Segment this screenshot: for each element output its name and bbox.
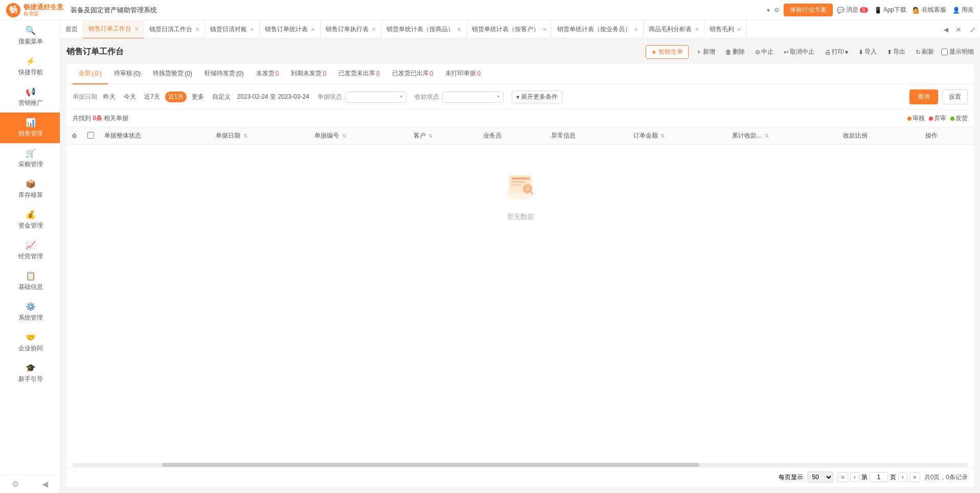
tab-close-btn[interactable]: ✕ — [195, 27, 199, 32]
sidebar-item-operation[interactable]: 📈 经营管理 — [0, 235, 60, 266]
tab-sales-by-salesman[interactable]: 销货单统计表（按业务员） ✕ — [552, 20, 644, 39]
status-select[interactable] — [345, 92, 406, 103]
app-icon: 📱 — [874, 7, 882, 14]
select-all-checkbox[interactable] — [87, 132, 94, 139]
col-date[interactable]: 单据日期 ⇅ — [211, 127, 309, 145]
sub-tab-shipped-out[interactable]: 已发货已出库 0 — [386, 64, 440, 84]
date-filter-label: 单据日期 — [73, 93, 97, 101]
online-service-btn[interactable]: 💁 在线客服 — [913, 6, 946, 14]
tab-maximize-btn[interactable]: ⤢ — [966, 20, 980, 39]
last-page-btn[interactable]: » — [909, 472, 920, 482]
sub-tab-pending-review[interactable]: 待审核 (0) — [108, 64, 147, 84]
enterprise-icon: 🤝 — [26, 332, 36, 342]
tab-sales-by-product[interactable]: 销货单统计表（按商品） ✕ — [381, 20, 467, 39]
sidebar-item-system[interactable]: ⚙️ 系统管理 — [0, 297, 60, 327]
refresh-btn[interactable]: ↻ 刷新 — [913, 46, 937, 58]
cancel-suspend-btn[interactable]: ↩ 取消中止 — [781, 46, 817, 58]
ai-generate-btn[interactable]: ★ 智能生单 — [646, 45, 689, 59]
batch-review-btn[interactable]: 审核 — [907, 114, 925, 123]
tab-sales-by-customer[interactable]: 销货单统计表（按客户） ✕ — [467, 20, 552, 39]
add-btn[interactable]: ＋ 新增 — [693, 46, 718, 58]
sub-tab-not-shipped[interactable]: 未发货 0 — [250, 64, 285, 84]
show-detail-checkbox[interactable]: 显示明细 — [941, 48, 974, 56]
sidebar-item-finance[interactable]: 💰 资金管理 — [0, 205, 60, 235]
system-dropdown-icon[interactable]: ▾ — [767, 7, 770, 14]
show-detail-input[interactable] — [941, 49, 948, 55]
sidebar-collapse-icon[interactable]: ◀ — [42, 479, 48, 489]
tab-home[interactable]: 首页 — [60, 20, 83, 39]
set-btn[interactable]: 设置 — [942, 89, 968, 104]
sidebar-item-marketing[interactable]: 📢 营销推广 — [0, 82, 60, 113]
batch-cancel-review-btn[interactable]: 弃审 — [929, 114, 946, 123]
sidebar-item-enterprise[interactable]: 🤝 企业协同 — [0, 327, 60, 358]
tab-close-btn[interactable]: ✕ — [311, 27, 315, 32]
sidebar-item-basic[interactable]: 📋 基础信息 — [0, 266, 60, 297]
app-download-btn[interactable]: 📱 App下载 — [874, 6, 906, 14]
col-customer[interactable]: 客户 ⇅ — [408, 127, 478, 145]
tab-close-btn[interactable]: ✕ — [634, 27, 638, 32]
tab-close-btn[interactable]: ✕ — [542, 27, 546, 32]
ship-dot — [950, 117, 954, 121]
batch-ship-btn[interactable]: 发货 — [950, 114, 968, 123]
query-btn[interactable]: 查询 — [909, 89, 938, 104]
tab-cash-daily[interactable]: 钱货日清工作台 ✕ — [144, 20, 205, 39]
industry-btn[interactable]: 体验行业方案 — [784, 4, 833, 16]
settings-icon[interactable]: ⚙ — [774, 7, 780, 14]
page-input[interactable] — [870, 472, 888, 482]
tab-sales-profit[interactable]: 销售毛利 ✕ — [704, 20, 747, 39]
tab-close-btn[interactable]: ✕ — [695, 27, 699, 32]
sub-tab-all[interactable]: 全部 ( 0 ) — [73, 64, 108, 84]
sidebar-item-inventory[interactable]: 📦 库存核算 — [0, 174, 60, 205]
sidebar-item-label: 销售管理 — [18, 129, 43, 138]
sub-tab-not-printed[interactable]: 未打印单据 0 — [439, 64, 487, 84]
user-btn[interactable]: 👤 用友 — [952, 6, 974, 14]
sidebar-item-newbie[interactable]: 🎓 新手引导 — [0, 358, 60, 389]
sub-tab-overdue[interactable]: 到期未发货 0 — [285, 64, 332, 84]
tab-cash-reconcile[interactable]: 钱货日清对账 ✕ — [205, 20, 260, 39]
horizontal-scrollbar[interactable] — [73, 463, 968, 467]
tab-sales-exec[interactable]: 销售订单执行表 ✕ — [321, 20, 381, 39]
scrollbar-thumb[interactable] — [162, 463, 699, 467]
tab-sales-order-workbench[interactable]: 销售订单工作台 ✕ — [83, 20, 144, 39]
sub-tab-pending-inspection[interactable]: 待拣货验货 (0) — [147, 64, 198, 84]
tab-close-btn[interactable]: ✕ — [457, 27, 461, 32]
tab-label: 销货单统计表（按客户） — [472, 25, 539, 34]
date-btn-7days[interactable]: 近7天 — [141, 92, 163, 102]
tab-close-all-btn[interactable]: ✕ — [951, 20, 966, 39]
col-collected[interactable]: 累计收款... ⇅ — [727, 127, 838, 145]
sub-tab-wangpu[interactable]: 旺铺待发货 (0) — [198, 64, 250, 84]
sidebar-item-search[interactable]: 🔍 搜索菜单 — [0, 20, 60, 51]
expand-conditions-btn[interactable]: ▾ 展开更多条件 — [512, 91, 562, 103]
sidebar-item-sales[interactable]: 📊 销售管理 — [0, 113, 60, 143]
tab-close-btn[interactable]: ✕ — [737, 27, 741, 32]
tab-close-btn[interactable]: ✕ — [372, 27, 376, 32]
collection-select[interactable] — [442, 92, 504, 103]
export-btn[interactable]: ⬆ 导出 — [884, 46, 908, 58]
date-btn-1month[interactable]: 近1月 — [165, 92, 187, 102]
sidebar-settings-icon[interactable]: ⚙ — [12, 479, 19, 489]
col-number[interactable]: 单据编号 ⇅ — [309, 127, 408, 145]
delete-btn[interactable]: 🗑 删除 — [722, 46, 748, 58]
sub-tab-shipped-not-out[interactable]: 已发货未出库 0 — [332, 64, 386, 84]
tab-sales-stat[interactable]: 销售订单统计表 ✕ — [260, 20, 321, 39]
date-btn-yesterday[interactable]: 昨天 — [100, 92, 119, 102]
import-btn[interactable]: ⬇ 导入 — [855, 46, 880, 58]
print-btn[interactable]: 🖨 打印 ▾ — [822, 46, 851, 58]
sidebar-item-purchase[interactable]: 🛒 采购管理 — [0, 143, 60, 174]
tab-close-btn[interactable]: ✕ — [134, 26, 139, 32]
col-amount[interactable]: 订单金额 ⇅ — [628, 127, 727, 145]
prev-page-btn[interactable]: ‹ — [850, 472, 859, 482]
tab-close-btn[interactable]: ✕ — [250, 27, 254, 32]
tab-prev-btn[interactable]: ◀ — [941, 20, 951, 39]
date-btn-today[interactable]: 今天 — [121, 92, 139, 102]
date-btn-more[interactable]: 更多 — [189, 92, 207, 102]
date-btn-custom[interactable]: 自定义 — [209, 92, 234, 102]
message-btn[interactable]: 💬 消息 6 — [837, 6, 868, 14]
page-size-select[interactable]: 50 100 — [807, 472, 833, 483]
col-settings-icon[interactable]: ⚙ — [72, 132, 77, 140]
suspend-btn[interactable]: ⊘ 中止 — [752, 46, 777, 58]
next-page-btn[interactable]: › — [898, 472, 907, 482]
sidebar-item-quick-nav[interactable]: ⚡ 快捷导航 — [0, 51, 60, 82]
first-page-btn[interactable]: « — [837, 472, 848, 482]
tab-gross-margin[interactable]: 商品毛利分析表 ✕ — [644, 20, 704, 39]
